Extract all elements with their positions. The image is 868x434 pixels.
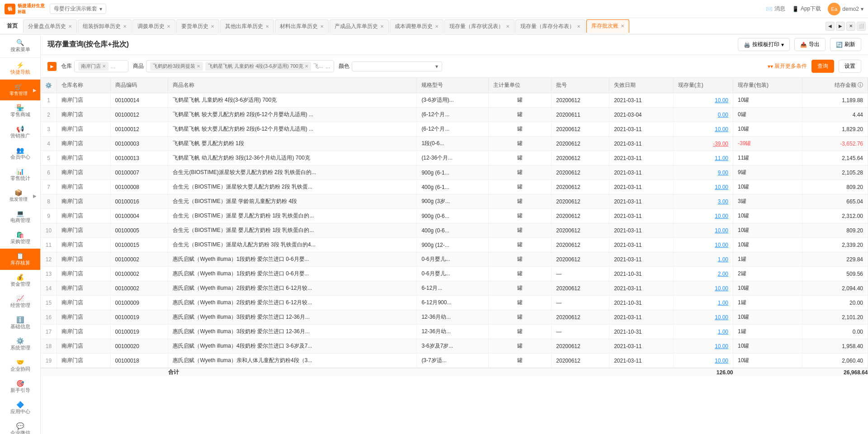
table-row: 9 南岸门店 00100004 合生元（BIOSTIME）派星 婴儿配方奶粉 1… — [41, 209, 868, 223]
cell-qty-pkg: 10罐 — [733, 93, 802, 108]
cell-expiry: 2021-03-11 — [609, 223, 674, 238]
tab-9[interactable]: 现存量（库存状况表） ✕ — [444, 19, 514, 33]
tab-8-close[interactable]: ✕ — [435, 24, 439, 29]
sidebar-item-ecommerce[interactable]: 💻 电商管理 — [0, 206, 40, 227]
qty-main-link[interactable]: 1.00 — [718, 256, 728, 263]
refresh-button[interactable]: 🔄 刷新 — [830, 38, 861, 51]
sidebar-item-wholesale[interactable]: 📦 批发管理 ▶ — [0, 185, 40, 206]
breadcrumb-selector[interactable]: 母婴行业演示账套 ▾ — [50, 4, 106, 14]
tab-10-close[interactable]: ✕ — [577, 24, 580, 29]
tab-11[interactable]: 库存批次账 ✕ — [586, 19, 629, 33]
qty-main-link[interactable]: 10.00 — [715, 213, 728, 219]
tab-7-close[interactable]: ✕ — [380, 24, 384, 29]
sidebar-item-guide[interactable]: 🎯 新手引导 — [0, 376, 40, 397]
sidebar-item-retail-mall[interactable]: 🏪 零售商城 — [0, 100, 40, 122]
tab-2[interactable]: 组装拆卸单历史 ✕ — [78, 19, 132, 33]
sidebar-item-retail-stats[interactable]: 📊 零售统计 — [0, 164, 40, 185]
qty-main-link[interactable]: 10.00 — [715, 126, 728, 132]
tab-8[interactable]: 成本调整单历史 ✕ — [390, 19, 443, 33]
tab-5-close[interactable]: ✕ — [265, 24, 269, 29]
tab-10[interactable]: 现存量（库存分布表） ✕ — [515, 19, 585, 33]
sidebar-item-marketing[interactable]: 📢 营销推广 — [0, 122, 40, 143]
qty-main-link[interactable]: 10.00 — [715, 314, 728, 321]
qty-main-link[interactable]: 11.00 — [715, 155, 728, 161]
footer-empty-8 — [733, 368, 802, 376]
qty-main-link[interactable]: 1.00 — [718, 329, 728, 335]
tab-4[interactable]: 要货单历史 ✕ — [176, 19, 219, 33]
sidebar-item-operations[interactable]: 📈 经营管理 — [0, 291, 40, 312]
product-tag-1-remove[interactable]: ✕ — [197, 64, 200, 69]
sidebar-search[interactable]: 🔍 搜索菜单 — [0, 34, 40, 58]
tab-prev-arrow[interactable]: ◀ — [826, 22, 835, 31]
tab-1-close[interactable]: ✕ — [68, 24, 72, 29]
product-tag-container[interactable]: 飞鹤奶粉3段两提装 ✕ 飞鹤星飞帆 儿童奶粉 4段(3-6岁适用) 700克 ✕… — [146, 60, 334, 72]
qty-main-link[interactable]: 10.00 — [715, 343, 728, 349]
sidebar-quick-nav[interactable]: ⚡ 快捷导航 — [0, 58, 40, 80]
qty-main-link[interactable]: 10.00 — [715, 184, 728, 190]
expand-conditions[interactable]: ▾▾ 展开更多条件 — [768, 62, 807, 70]
sidebar-item-member[interactable]: 👥 会员中心 — [0, 143, 40, 164]
settings-button[interactable]: 设置 — [839, 60, 861, 73]
filter-expand-btn[interactable]: ► — [47, 62, 57, 71]
col-settings: ⚙️ — [41, 78, 57, 93]
logo-text: 畅捷通好生意 — [18, 3, 45, 9]
sidebar-item-basic-info[interactable]: ℹ️ 基础信息 — [0, 312, 40, 334]
app-download-button[interactable]: 📱 App下载 — [792, 5, 821, 13]
tab-11-close[interactable]: ✕ — [621, 24, 624, 28]
tab-5[interactable]: 其他出库单历史 ✕ — [220, 19, 274, 33]
sidebar-item-collab[interactable]: 🤝 企业协同 — [0, 355, 40, 376]
tab-7[interactable]: 产成品入库单历史 ✕ — [330, 19, 389, 33]
print-button[interactable]: 🖨️ 按模板打印 ▾ — [738, 38, 790, 51]
sidebar-item-finance[interactable]: 💰 资金管理 — [0, 270, 40, 291]
tab-1[interactable]: 分量盘点单历史 ✕ — [23, 19, 77, 33]
color-filter: 颜色 ▾ — [339, 61, 442, 71]
breadcrumb-arrow: ▾ — [99, 6, 102, 12]
export-button[interactable]: 📤 导出 — [794, 38, 826, 51]
sidebar-item-purchase[interactable]: 🛍️ 采购管理 — [0, 227, 40, 249]
sidebar-item-retail-mgmt[interactable]: 🛒 零售管理 ▶ — [0, 80, 40, 100]
tab-9-close[interactable]: ✕ — [506, 24, 509, 29]
tab-maximize[interactable]: ⬜ — [857, 22, 866, 31]
qty-main-link[interactable]: 10.00 — [715, 242, 728, 248]
qty-main-link[interactable]: 10.00 — [715, 285, 728, 292]
qty-main-link[interactable]: 1.00 — [718, 300, 728, 306]
tab-3[interactable]: 调拨单历史 ✕ — [132, 19, 175, 33]
qty-main-link[interactable]: -39.00 — [713, 141, 728, 147]
tab-6-close[interactable]: ✕ — [320, 24, 324, 29]
sidebar-item-enterprise-wechat[interactable]: 💬 企业微信 — [0, 419, 40, 434]
tab-home[interactable]: 首页 — [2, 19, 22, 33]
qty-main-link[interactable]: 10.00 — [715, 227, 728, 234]
tab-6[interactable]: 材料出库单历史 ✕ — [275, 19, 329, 33]
sidebar-item-inventory[interactable]: 📋 库存核算 — [0, 249, 40, 270]
sidebar-item-app-center[interactable]: 🔷 应用中心 — [0, 397, 40, 419]
tab-close-all[interactable]: ✕ — [846, 22, 855, 31]
user-profile[interactable]: Ea demo2 ▾ — [828, 3, 863, 15]
cell-expiry: 2021-03-11 — [609, 180, 674, 194]
query-button[interactable]: 查询 — [811, 60, 834, 73]
print-label: 按模板打印 — [752, 41, 779, 48]
cell-qty-main: 10.00 — [673, 209, 733, 223]
cell-unit: 罐 — [489, 137, 552, 151]
qty-main-link[interactable]: 9.00 — [718, 170, 728, 176]
page-actions: 🖨️ 按模板打印 ▾ 📤 导出 🔄 刷新 — [738, 38, 861, 51]
product-tag-2-remove[interactable]: ✕ — [305, 64, 308, 69]
qty-main-link[interactable]: 2.00 — [718, 271, 728, 277]
tab-4-close[interactable]: ✕ — [211, 24, 214, 29]
tab-2-close[interactable]: ✕ — [123, 24, 127, 29]
tab-3-close[interactable]: ✕ — [167, 24, 170, 29]
qty-main-link[interactable]: 0.00 — [718, 112, 728, 118]
qty-main-link[interactable]: 3.00 — [718, 198, 728, 205]
message-button[interactable]: ✉️ 消息 — [766, 5, 785, 13]
table-row: 13 南岸门店 00100002 惠氏启赋（Wyeth illuma）1段奶粉 … — [41, 267, 868, 281]
qty-main-link[interactable]: 10.00 — [715, 97, 728, 104]
app-download-label: App下载 — [801, 5, 821, 13]
sidebar-item-system[interactable]: ⚙️ 系统管理 — [0, 334, 40, 355]
cell-expiry: 2021-03-11 — [609, 165, 674, 180]
color-filter-container[interactable]: ▾ — [352, 61, 442, 71]
cell-num: 8 — [41, 194, 57, 209]
tab-next-arrow[interactable]: ▶ — [836, 22, 845, 31]
cell-expiry: 2021-10-31 — [609, 325, 674, 339]
qty-main-link[interactable]: 10.00 — [715, 358, 728, 364]
warehouse-tag-container[interactable]: 南岸门店 ✕ ... — [74, 60, 128, 72]
warehouse-tag-remove[interactable]: ✕ — [102, 64, 106, 69]
